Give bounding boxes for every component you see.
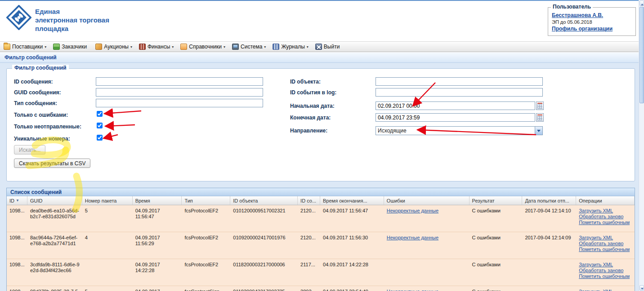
mark-erroneous-link[interactable]: Пометить ошибочным xyxy=(579,247,632,252)
message-id-label: ID сообщения: xyxy=(14,79,53,85)
column-header-time[interactable]: Время xyxy=(133,196,182,205)
logo-line-1: Единая xyxy=(35,7,109,16)
menu-item-logout[interactable]: Выйти xyxy=(315,44,340,50)
start-date-input[interactable] xyxy=(376,101,535,110)
menu-item-journals[interactable]: Журналы ▾ xyxy=(273,44,308,50)
org-profile-link[interactable]: Профиль организации xyxy=(552,26,632,32)
reprocess-link[interactable]: Обработать заново xyxy=(579,214,632,220)
start-date-label: Начальная дата: xyxy=(290,103,335,109)
logo-title: Единая электронная торговая площадка xyxy=(35,7,109,33)
cell-errors: Некорректные данные xyxy=(384,205,470,232)
mark-erroneous-link[interactable]: Пометить ошибочным xyxy=(579,273,632,279)
cell-guid: 8ac9644a-7264-e6ef-e768-a2b2a77471d1 xyxy=(27,232,82,259)
menu-item-system[interactable]: Система ▾ xyxy=(232,44,266,50)
object-id-input[interactable] xyxy=(376,77,543,86)
cell-guid: 3cdfda9b-8111-6d6e-9e2d-8d34f423ec66 xyxy=(27,259,82,286)
cell-errors: Некорректные данные xyxy=(384,286,470,291)
chevron-down-icon: ▾ xyxy=(172,45,174,49)
cell-package-number: 4 xyxy=(82,232,133,259)
dropdown-arrow-icon[interactable] xyxy=(535,127,542,135)
cell-type: fcsContractSign xyxy=(182,286,230,291)
errors-link[interactable]: Некорректные данные xyxy=(387,289,438,291)
menu-item-reference[interactable]: Справочники ▾ xyxy=(180,44,225,50)
column-header-package-number[interactable]: Номер пакета xyxy=(82,196,133,205)
end-date-input[interactable] xyxy=(376,113,535,122)
search-button[interactable]: Искать... xyxy=(14,145,45,154)
cell-errors: Некорректные данные xyxy=(384,232,470,259)
sort-desc-icon: ▼ xyxy=(16,198,19,203)
column-header-end-time[interactable]: Время окончания... xyxy=(320,196,384,205)
chevron-down-icon: ▾ xyxy=(264,45,266,49)
menu-item-finance[interactable]: Финансы ▾ xyxy=(139,44,174,50)
end-date-calendar-icon[interactable] xyxy=(536,113,544,122)
menu-item-customers[interactable]: Заказчики xyxy=(53,44,89,50)
menu-item-auctions[interactable]: Аукционы ▾ xyxy=(95,44,132,50)
menu-item-suppliers[interactable]: Поставщики ▾ xyxy=(4,44,46,50)
cell-package-number xyxy=(82,259,133,286)
column-header-event-id[interactable]: ID со... xyxy=(298,196,320,205)
load-xml-link[interactable]: Загрузить XML xyxy=(579,235,632,241)
download-csv-button[interactable]: Скачать результаты в CSV xyxy=(14,159,90,168)
column-header-id[interactable]: ID ▼ xyxy=(7,196,27,205)
column-header-type[interactable]: Тип xyxy=(182,196,230,205)
column-header-attempt-date[interactable]: Дата попытки отп... xyxy=(522,196,576,205)
column-label: Время xyxy=(135,198,150,203)
unique-numbers-checkbox[interactable] xyxy=(97,135,103,141)
cell-id: 1098... xyxy=(7,259,27,286)
column-header-operations[interactable]: Операции xyxy=(576,196,635,205)
table-row: 1098... 8ac9644a-7264-e6ef-e768-a2b2a774… xyxy=(7,232,635,259)
message-id-input[interactable] xyxy=(96,77,263,86)
suppliers-folder-icon xyxy=(4,44,10,50)
column-label: Результат xyxy=(472,198,495,203)
vertical-scrollbar[interactable] xyxy=(639,0,644,291)
object-id-label: ID объекта: xyxy=(290,79,321,85)
only-unsent-checkbox[interactable] xyxy=(97,123,103,128)
direction-select[interactable]: Исходящие xyxy=(376,126,543,135)
load-xml-link[interactable]: Загрузить XML xyxy=(579,208,632,214)
menu-label: Финансы xyxy=(148,44,170,50)
cell-type: fcsProtocolEF2 xyxy=(182,232,230,259)
scroll-up-arrow-icon[interactable] xyxy=(640,0,644,6)
column-label: ID объекта xyxy=(233,198,258,203)
cell-result: С ошибками xyxy=(470,286,523,291)
cell-operations: Загрузить XML Обработать заново Пометить… xyxy=(576,205,635,232)
column-label: Операции xyxy=(579,198,602,203)
load-xml-link[interactable]: Загрузить XML xyxy=(579,262,632,268)
message-guid-input[interactable] xyxy=(96,88,263,97)
column-header-object-id[interactable]: ID объекта xyxy=(230,196,298,205)
mark-erroneous-link[interactable]: Пометить ошибочным xyxy=(579,220,632,225)
log-event-id-input[interactable] xyxy=(376,88,543,97)
start-date-calendar-icon[interactable] xyxy=(536,101,544,110)
cert-validity: ЭП до 05.06.2018 xyxy=(552,19,632,26)
column-header-result[interactable]: Результат xyxy=(470,196,523,205)
reprocess-link[interactable]: Обработать заново xyxy=(579,241,632,247)
column-header-errors[interactable]: Ошибки xyxy=(384,196,470,205)
table-header-row: ID ▼ GUID Номер пакета Время Тип ID объе… xyxy=(7,196,635,205)
user-name-link[interactable]: Бесстрашнова А.В. xyxy=(552,12,632,19)
message-type-input[interactable] xyxy=(96,99,263,107)
scroll-down-arrow-icon[interactable] xyxy=(640,285,644,291)
errors-link[interactable]: Некорректные данные xyxy=(387,208,438,213)
only-errors-checkbox[interactable] xyxy=(97,111,103,117)
cell-result: С ошибками xyxy=(470,232,523,259)
column-header-guid[interactable]: GUID xyxy=(27,196,82,205)
page-title-bar: Фильтр сообщений xyxy=(0,53,639,63)
reprocess-link[interactable]: Обработать заново xyxy=(579,268,632,273)
page-title: Фильтр сообщений xyxy=(4,54,57,61)
cell-id: 1098... xyxy=(7,232,27,259)
errors-link[interactable]: Некорректные данные xyxy=(387,235,438,240)
table-row: 1098... dea0bed6-ea10-a56d-b2c7-e831d326… xyxy=(7,205,635,232)
load-xml-link[interactable]: Загрузить XML xyxy=(579,289,632,291)
filter-legend: Фильтр сообщений xyxy=(12,65,69,71)
eetp-logo xyxy=(6,5,31,30)
unique-numbers-label: Уникальные номера: xyxy=(14,136,70,142)
cell-type: fcsProtocolEF2 xyxy=(182,205,230,232)
cell-result: С ошибками xyxy=(470,205,523,232)
message-guid-label: GUID сообщения: xyxy=(14,89,61,96)
user-box-title: Пользователь xyxy=(551,4,593,10)
cell-package-number: 5 xyxy=(82,286,133,291)
scrollbar-thumb[interactable] xyxy=(640,7,644,103)
column-label: Время окончания... xyxy=(323,198,367,203)
only-unsent-label: Только неотправленные: xyxy=(14,123,81,130)
reference-folder-icon xyxy=(180,44,187,50)
